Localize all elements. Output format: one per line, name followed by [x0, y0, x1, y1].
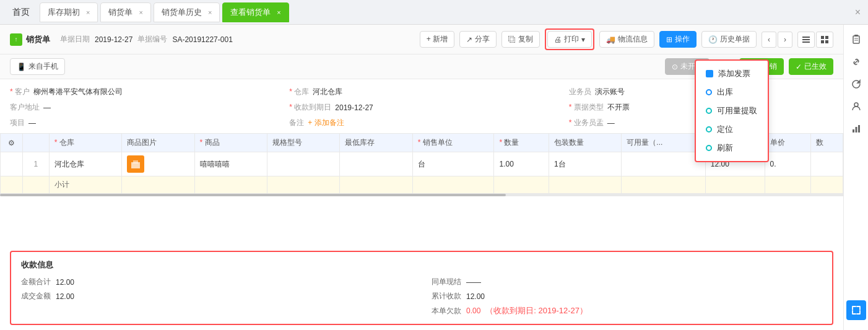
sales-icon: ↑ — [10, 33, 22, 46]
svg-rect-15 — [855, 127, 857, 132]
share-button[interactable]: ↗ 分享 — [459, 31, 497, 48]
staff-value: 演示账号 — [595, 87, 625, 97]
subtotal-c3 — [267, 176, 339, 194]
payment-info-title: 收款信息 — [21, 259, 822, 271]
deal-value: 12.00 — [56, 292, 74, 301]
from-phone-label: 来自手机 — [28, 61, 58, 72]
cumulative-value: 12.00 — [466, 292, 485, 301]
available-qty-item[interactable]: 可用量提取 — [696, 102, 768, 120]
spec-col-header: 规格型号 — [267, 134, 339, 152]
settings-col-header[interactable]: ⚙ — [1, 134, 23, 152]
tab-view-sales-label: 查看销货单 — [230, 7, 271, 18]
subtotal-row: 小计 — [1, 176, 843, 194]
tab-view-sales-close[interactable]: × — [277, 9, 280, 16]
row-spec — [267, 152, 339, 176]
locate-item[interactable]: 定位 — [696, 120, 768, 139]
add-invoice-item[interactable]: 添加发票 — [696, 64, 768, 83]
tab-sales[interactable]: 销货单 × — [100, 2, 150, 22]
copy-button[interactable]: ⿻ 复制 — [501, 31, 540, 48]
sidebar-clipboard-icon[interactable] — [846, 30, 866, 50]
tab-inventory-close[interactable]: × — [86, 9, 90, 16]
effective-label: 已生效 — [804, 61, 827, 72]
effective-button[interactable]: ✓ 已生效 — [789, 58, 833, 75]
refresh-item[interactable]: 刷新 — [696, 139, 768, 157]
row-warehouse: 河北仓库 — [49, 152, 121, 176]
not-opened-icon: ⊙ — [672, 63, 678, 71]
project-value: — — [28, 119, 36, 128]
seq-col-header — [23, 134, 50, 152]
from-phone-button[interactable]: 📱 来自手机 — [10, 58, 65, 75]
outbound-label: 出库 — [717, 87, 733, 98]
refresh-icon — [706, 145, 712, 151]
prev-arrow[interactable]: ‹ — [762, 32, 776, 48]
toolbar: + 新增 ↗ 分享 ⿻ 复制 🖨 打印 ▾ 🚚 — [420, 28, 833, 50]
avail-col-header: 可用量（... — [622, 134, 705, 152]
subtotal-c9 — [705, 176, 765, 194]
owed-value: 0.00 — [466, 306, 480, 315]
add-note-button[interactable]: + 添加备注 — [308, 118, 344, 128]
image-col-header: 商品图片 — [122, 134, 194, 152]
scroll-indicator[interactable] — [0, 194, 843, 196]
warehouse-col-header: * 仓库 — [49, 134, 121, 152]
list-view-icon[interactable] — [797, 32, 815, 48]
scroll-thumb[interactable] — [0, 194, 506, 196]
svg-rect-0 — [802, 37, 810, 38]
warehouse-row: 仓库 河北仓库 — [289, 87, 553, 97]
add-invoice-label: 添加发票 — [718, 68, 750, 79]
product-col-header: * 商品 — [194, 134, 267, 152]
svg-rect-9 — [853, 36, 859, 43]
tab-sales-history-close[interactable]: × — [208, 9, 212, 16]
subtotal-c8 — [622, 176, 705, 194]
sidebar-user-icon[interactable] — [846, 97, 866, 116]
tabs-bar: 首页 库存期初 × 销货单 × 销货单历史 × 查看销货单 × × — [0, 0, 868, 25]
outbound-item[interactable]: 出库 — [696, 83, 768, 102]
sidebar-expand-icon[interactable] — [846, 300, 866, 320]
logistics-label: 物流信息 — [618, 34, 648, 45]
sidebar-link-icon[interactable] — [846, 52, 866, 72]
warehouse-label: 仓库 — [289, 87, 309, 97]
payment-date-row: 收款到期日 2019-12-27 — [289, 102, 553, 113]
subtotal-empty1 — [1, 176, 23, 194]
tab-view-sales[interactable]: 查看销货单 × — [222, 2, 289, 22]
sidebar-refresh-icon[interactable] — [846, 74, 866, 94]
qty-col-header: * 数量 — [494, 134, 549, 152]
outbound-icon — [706, 89, 712, 95]
next-arrow[interactable]: › — [778, 32, 792, 48]
tab-inventory-label: 库存期初 — [48, 7, 80, 18]
tab-sales-history[interactable]: 销货单历史 × — [154, 2, 220, 22]
subtotal-c6 — [494, 176, 549, 194]
tab-sales-close[interactable]: × — [139, 9, 142, 16]
same-order-value: —— — [466, 278, 481, 287]
effective-icon: ✓ — [796, 63, 802, 71]
print-button[interactable]: 🖨 打印 ▾ — [547, 31, 592, 48]
new-button[interactable]: + 新增 — [420, 31, 454, 48]
subtotal-empty2 — [23, 176, 50, 194]
sidebar-chart-icon[interactable] — [846, 119, 866, 139]
available-qty-label: 可用量提取 — [717, 105, 757, 116]
share-icon: ↗ — [466, 35, 472, 44]
tab-home-label: 首页 — [12, 7, 30, 18]
tab-inventory[interactable]: 库存期初 × — [40, 2, 98, 22]
subtotal-c5 — [412, 176, 494, 194]
history-button[interactable]: 🕐 历史单据 — [701, 31, 757, 48]
subtotal-c1 — [122, 176, 194, 194]
svg-rect-1 — [802, 39, 810, 40]
window-close-icon[interactable]: × — [855, 7, 861, 18]
total-label: 金额合计 — [21, 277, 51, 287]
doc-meta: 单据日期 2019-12-27 单据编号 SA-20191227-001 — [60, 34, 233, 45]
address-value: — — [43, 103, 51, 112]
total-row: 金额合计 12.00 — [21, 277, 412, 287]
tab-home[interactable]: 首页 — [5, 2, 37, 22]
logistics-button[interactable]: 🚚 物流信息 — [599, 31, 654, 48]
subtotal-c10 — [765, 176, 810, 194]
svg-rect-8 — [133, 160, 138, 163]
ticket-value: 不开票 — [607, 102, 630, 113]
owed-row: 本单欠款 0.00 （收款到期日: 2019-12-27） — [432, 305, 822, 316]
subtotal-c2 — [194, 176, 267, 194]
payment-info-box: 收款信息 金额合计 12.00 成交金额 12.00 同单现结 —— — [10, 251, 833, 325]
refresh-label: 刷新 — [717, 142, 733, 154]
grid-view-icon[interactable] — [816, 32, 833, 48]
operation-button[interactable]: ⊞ 操作 — [659, 31, 697, 48]
share-label: 分享 — [475, 34, 490, 45]
row-more — [810, 152, 843, 176]
